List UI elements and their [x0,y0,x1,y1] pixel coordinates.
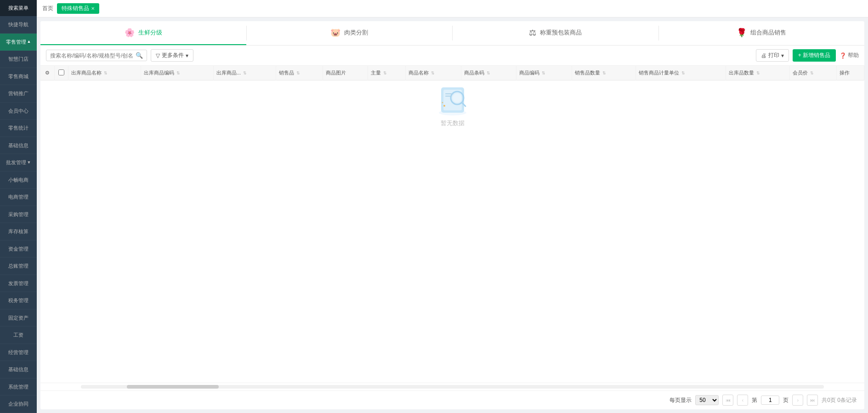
sidebar-item-retail-mall[interactable]: 零售商城 [0,68,37,86]
close-icon[interactable]: ✕ [91,6,95,11]
sidebar-item-quick-nav[interactable]: 快捷导航 [0,16,37,34]
sidebar-item-general-ledger[interactable]: 总账管理 [0,258,37,275]
sidebar-item-sales-promo[interactable]: 营销推广 [0,85,37,103]
sidebar-item-wholesale-mgmt[interactable]: 批发管理 ▼ [0,154,37,172]
sidebar-item-basic-info2[interactable]: 基础信息 [0,361,37,379]
fresh-grade-icon: 🌸 [125,28,135,38]
print-icon: 🖨 [761,52,766,59]
tab-scale-prepack[interactable]: ⚖ 称重预包装商品 [453,21,658,45]
th-product-code[interactable]: 商品编码 ⇅ [516,66,572,80]
th-product-name[interactable]: 商品名称 ⇅ [406,66,461,80]
sidebar-item-retail-stats[interactable]: 零售统计 [0,120,37,137]
sort-arrows-icon: ⇅ [296,71,300,75]
th-out-spec[interactable]: 出库商品... ⇅ [213,66,276,80]
footer-pagination: 每页显示 10 20 50 100 ⏮ ‹ 第 页 › ⏭ 共0页 0条记录 [40,390,864,409]
empty-state: 暂无数据 [40,80,864,127]
sidebar-item-ops-mgmt[interactable]: 经营管理 [0,344,37,361]
sidebar: 搜索菜单 快捷导航 零售管理 ▲ 智慧门店 零售商城 营销推广 会员中心 零售统… [0,0,37,413]
sort-arrows-icon: ⇅ [810,71,814,75]
sort-arrows-icon: ⇅ [104,71,108,75]
tab-fresh-grade[interactable]: 🌸 生鲜分级 [40,21,246,45]
sidebar-search[interactable]: 搜索菜单 [0,0,37,16]
svg-point-8 [443,105,445,107]
sidebar-item-tax-mgmt[interactable]: 税务管理 [0,292,37,310]
th-out-qty[interactable]: 出库品数量 ⇅ [726,66,789,80]
filter-icon: ▽ [156,52,160,59]
sidebar-item-wages[interactable]: 工资 [0,327,37,344]
sidebar-item-capital-mgmt[interactable]: 资金管理 [0,241,37,258]
sidebar-item-mini-ecom[interactable]: 小畅电商 [0,172,37,189]
first-icon: ⏮ [726,397,731,403]
select-all-checkbox[interactable] [58,69,64,75]
combo-sales-icon: 🌹 [737,28,747,38]
th-sale-unit[interactable]: 销售商品计量单位 ⇅ [635,66,726,80]
sidebar-item-fixed-assets[interactable]: 固定资产 [0,310,37,327]
sort-arrows-icon: ⇅ [756,71,760,75]
th-gear[interactable]: ⚙ [40,66,54,80]
scale-prepack-icon: ⚖ [529,28,536,38]
th-main[interactable]: 主量 ⇅ [368,66,406,80]
th-sale-qty[interactable]: 销售品数量 ⇅ [572,66,635,80]
prev-page-button[interactable]: ‹ [737,395,748,406]
chevron-down-icon: ▲ [27,39,31,45]
prev-icon: ‹ [742,397,743,403]
sidebar-item-inventory[interactable]: 库存核算 [0,223,37,241]
th-member-price[interactable]: 会员价 ⇅ [790,66,837,80]
th-barcode[interactable]: 商品条码 ⇅ [461,66,516,80]
search-input[interactable] [50,52,134,59]
horizontal-scrollbar[interactable] [81,385,824,389]
sidebar-item-sys-mgmt[interactable]: 系统管理 [0,379,37,396]
sidebar-item-retail-mgmt[interactable]: 零售管理 ▲ [0,34,37,51]
main-content: 首页 特殊销售品 ✕ 🌸 生鲜分级 🐷 肉类分割 ⚖ 称重预包装商品 [37,0,868,413]
th-checkbox[interactable] [54,66,68,80]
th-out-name[interactable]: 出库商品名称 ⇅ [68,66,141,80]
th-ops: 操作 [836,66,864,80]
sort-arrows-icon: ⇅ [487,71,490,75]
data-table: ⚙ 出库商品名称 ⇅ 出库商品编码 ⇅ 出库商品 [40,66,864,80]
page-size-label: 每页显示 [669,396,692,404]
page-number-input[interactable] [761,396,779,405]
sidebar-item-membership[interactable]: 会员中心 [0,103,37,120]
table-wrapper: ⚙ 出库商品名称 ⇅ 出库商品编码 ⇅ 出库商品 [40,66,864,383]
sidebar-item-ecom-mgmt[interactable]: 电商管理 [0,189,37,206]
sidebar-item-basic-info[interactable]: 基础信息 [0,137,37,155]
search-box[interactable]: 🔍 [46,50,147,61]
filter-button[interactable]: ▽ 更多条件 ▾ [151,49,193,62]
page-size-select[interactable]: 10 20 50 100 [695,395,719,405]
tabs-row: 🌸 生鲜分级 🐷 肉类分割 ⚖ 称重预包装商品 🌹 组合商品销售 [40,21,864,46]
tab-combo-sales[interactable]: 🌹 组合商品销售 [659,21,865,45]
sort-arrows-icon: ⇅ [602,71,606,75]
sort-arrows-icon: ⇅ [681,71,685,75]
th-out-code[interactable]: 出库商品编码 ⇅ [141,66,213,80]
tab-meat-cut[interactable]: 🐷 肉类分割 [247,21,453,45]
chevron-down-icon: ▼ [27,160,31,166]
help-button[interactable]: ❓ 帮助 [840,52,859,59]
sort-arrows-icon: ⇅ [176,71,180,75]
page-suffix: 页 [783,396,789,404]
toolbar-right: 🖨 打印 ▾ + 新增销售品 ❓ 帮助 [756,49,859,62]
toolbar: 🔍 ▽ 更多条件 ▾ 🖨 打印 ▾ + 新增销售品 ❓ 帮助 [40,46,864,66]
th-product-img: 商品图片 [323,66,368,80]
next-page-button[interactable]: › [792,395,803,406]
sidebar-item-enterprise[interactable]: 企业协同 [0,396,37,413]
sidebar-item-invoice-mgmt[interactable]: 发票管理 [0,275,37,293]
new-sale-item-button[interactable]: + 新增销售品 [793,49,836,62]
first-page-button[interactable]: ⏮ [722,395,733,406]
empty-text: 暂无数据 [441,119,465,127]
th-sale-item[interactable]: 销售品 ⇅ [276,66,323,80]
page-body: 🌸 生鲜分级 🐷 肉类分割 ⚖ 称重预包装商品 🌹 组合商品销售 [40,21,864,409]
active-tab-tag[interactable]: 特殊销售品 ✕ [57,3,99,14]
svg-rect-7 [445,96,452,97]
chevron-down-icon: ▾ [186,52,188,59]
search-icon[interactable]: 🔍 [136,52,143,59]
sidebar-item-smart-store[interactable]: 智慧门店 [0,51,37,68]
empty-illustration [430,80,476,117]
home-link[interactable]: 首页 [42,5,53,12]
last-page-button[interactable]: ⏭ [807,395,818,406]
scrollbar-thumb[interactable] [127,385,219,389]
sort-arrows-icon: ⇅ [542,71,545,75]
print-button[interactable]: 🖨 打印 ▾ [756,49,789,62]
total-info: 共0页 0条记录 [822,396,857,404]
sidebar-item-purchase-mgmt[interactable]: 采购管理 [0,206,37,224]
svg-rect-6 [445,93,454,94]
